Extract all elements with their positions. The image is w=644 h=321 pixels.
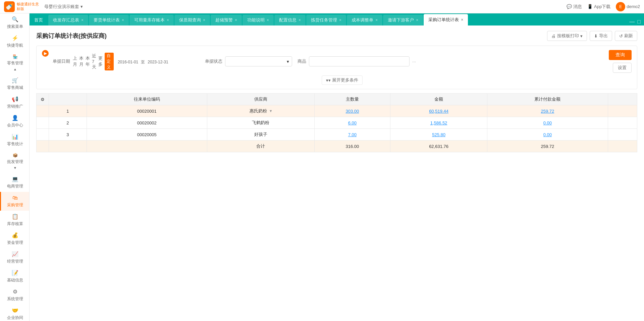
- main-qty-link[interactable]: 303.00: [346, 109, 359, 114]
- system-mgmt-icon: ⚙: [13, 288, 17, 295]
- table-body: 1 00020001 惠氏奶粉 ▾ 303.00 60,519.44 259.7…: [37, 105, 637, 141]
- tab-config-info[interactable]: 配置信息 ×: [274, 15, 306, 25]
- date-shortcut-more[interactable]: 更多: [98, 55, 103, 67]
- sidebar-item-member-center[interactable]: 👤 会员中心: [0, 112, 29, 131]
- tab-close-icon[interactable]: ×: [167, 18, 169, 22]
- filter-left: 单据日期 上月 本月 本年 近7天 更多 自定义: [53, 53, 603, 70]
- print-button[interactable]: 🖨 按模板打印 ▾: [547, 31, 587, 41]
- app-download-button[interactable]: 📱 App下载: [587, 4, 610, 10]
- collapse-filter-button[interactable]: ▶: [42, 50, 49, 57]
- sidebar-item-system-mgmt[interactable]: ⚙ 系统管理: [0, 286, 29, 305]
- tab-available-inventory[interactable]: 可用量库存账本 ×: [129, 15, 174, 25]
- workspace-selector[interactable]: 母婴行业演示账套 ▾: [42, 2, 86, 11]
- tab-invite-downstream[interactable]: 邀请下游客户 ×: [383, 15, 423, 25]
- tab-close-icon[interactable]: ×: [267, 18, 269, 22]
- refresh-button[interactable]: ↺ 刷新: [615, 31, 637, 41]
- sidebar-item-search[interactable]: 🔍 搜索菜单: [0, 13, 29, 32]
- tab-order-stats[interactable]: 要货单统计表 ×: [89, 15, 129, 25]
- user-avatar-area[interactable]: E demo2: [616, 2, 640, 11]
- filter-area: ▶ 单据日期 上月 本月: [36, 46, 637, 89]
- sidebar-item-wholesale-mgmt[interactable]: 📦 批发管理 ▼: [0, 150, 29, 173]
- message-button[interactable]: 💬 消息: [567, 4, 582, 10]
- date-shortcut-last-month[interactable]: 上月: [73, 55, 77, 67]
- paid-amount-link[interactable]: 259.72: [541, 109, 554, 114]
- sidebar-item-enterprise-collab[interactable]: 🤝 企业协同: [0, 305, 29, 321]
- footer-seq-cell: [49, 141, 87, 152]
- tab-close-icon[interactable]: ×: [203, 18, 205, 22]
- tab-receive-summary[interactable]: 收发存汇总表 ×: [48, 15, 88, 25]
- custom-date-badge[interactable]: 自定义: [105, 53, 114, 70]
- table-row[interactable]: 1 00020001 惠氏奶粉 ▾ 303.00 60,519.44 259.7…: [37, 105, 637, 117]
- tab-close-icon[interactable]: ×: [339, 18, 341, 22]
- expand-more-button[interactable]: ▾▾ 展开更多条件: [322, 75, 363, 85]
- tab-close-icon[interactable]: ×: [299, 18, 301, 22]
- settings-button[interactable]: 设置: [613, 63, 632, 73]
- status-select[interactable]: ▾: [225, 56, 292, 66]
- tab-close-icon[interactable]: ×: [461, 17, 463, 22]
- top-bar-left: 🍼 畅捷通好生意 标版 母婴行业演示账套 ▾: [4, 1, 86, 12]
- amount-link[interactable]: 525.80: [432, 132, 445, 137]
- tab-close-icon[interactable]: ×: [122, 18, 124, 22]
- goods-input[interactable]: [309, 56, 410, 66]
- tab-close-icon[interactable]: ×: [235, 18, 237, 22]
- export-button[interactable]: ⬇ 导出: [590, 31, 612, 41]
- amount-link[interactable]: 1,586.52: [430, 120, 447, 125]
- inventory-check-icon: 📋: [12, 213, 18, 220]
- sidebar-item-marketing[interactable]: 📢 营销推广: [0, 93, 29, 112]
- expand-arrow-icon: ▼: [13, 166, 17, 170]
- sidebar-item-basic-info[interactable]: 📝 基础信息: [0, 267, 29, 286]
- col-main-qty-header: 主数量: [314, 94, 390, 105]
- sidebar-item-capital-mgmt[interactable]: 💰 资金管理: [0, 229, 29, 248]
- col-extra-header: [608, 94, 637, 105]
- row-dropdown-icon[interactable]: ▾: [270, 108, 272, 113]
- export-icon: ⬇: [594, 34, 598, 39]
- tab-maximize-button[interactable]: □: [637, 18, 641, 25]
- row-unit-code-cell: 00020001: [87, 105, 207, 117]
- sidebar-item-label: 经营管理: [7, 259, 23, 264]
- paid-amount-link[interactable]: 0.00: [543, 132, 552, 137]
- table-row[interactable]: 2 00020002 飞鹤奶粉 6.00 1,586.52 0.00: [37, 117, 637, 129]
- tab-close-icon[interactable]: ×: [375, 18, 378, 22]
- footer-supplier-cell: 合计: [207, 141, 315, 152]
- sidebar-item-label: 营销推广: [7, 104, 23, 109]
- sidebar-item-ecommerce-mgmt[interactable]: 💻 电商管理: [0, 173, 29, 192]
- sidebar-item-retail-mgmt[interactable]: 🏪 零售管理 ▲: [0, 51, 29, 74]
- row-amount-cell: 525.80: [390, 129, 487, 141]
- sidebar-item-inventory-check[interactable]: 📋 库存核算: [0, 211, 29, 229]
- paid-amount-link[interactable]: 0.00: [543, 120, 552, 125]
- date-shortcut-7days[interactable]: 近7天: [92, 53, 96, 70]
- date-shortcut-this-year[interactable]: 本年: [86, 55, 90, 67]
- main-layout: 🔍 搜索菜单 ⚡ 快捷导航 🏪 零售管理 ▲ 🛒 零售商城 📢 营销推广 👤 会…: [0, 13, 644, 321]
- logo-icon: 🍼: [4, 1, 15, 12]
- page-inner: 采购订单统计表(按供应商) 🖨 按模板打印 ▾ ⬇ 导出 ↺: [30, 25, 644, 321]
- date-shortcuts: 上月 本月 本年 近7天 更多 自定义: [73, 53, 114, 70]
- sidebar-item-retail-mall[interactable]: 🛒 零售商城: [0, 74, 29, 93]
- sidebar-item-business-mgmt[interactable]: 📈 经营管理: [0, 248, 29, 267]
- search-icon: 🔍: [12, 16, 18, 22]
- tab-cost-adjust[interactable]: 成本调整单 ×: [347, 15, 382, 25]
- tab-function-desc[interactable]: 功能说明 ×: [243, 15, 274, 25]
- tab-minimize-button[interactable]: —: [629, 18, 635, 25]
- tab-expiry-query[interactable]: 保质期查询 ×: [174, 15, 210, 25]
- sidebar-item-purchase-mgmt[interactable]: 🛍 采购管理: [0, 192, 29, 211]
- date-shortcut-this-month[interactable]: 本月: [79, 55, 84, 67]
- table-row[interactable]: 3 00020005 好孩子 7.00 525.80 0.00: [37, 129, 637, 141]
- table-footer-row: 合计 316.00 62,631.76 259.72: [37, 141, 637, 152]
- main-qty-link[interactable]: 7.00: [348, 132, 357, 137]
- amount-link[interactable]: 60,519.44: [429, 109, 448, 114]
- main-qty-link[interactable]: 6.00: [348, 120, 357, 125]
- goods-more-icon[interactable]: ···: [412, 59, 416, 64]
- footer-extra-cell: [608, 141, 637, 152]
- tab-purchase-stats[interactable]: 采购订单统计表 ×: [424, 14, 468, 25]
- tab-overstock-warning[interactable]: 超储预警 ×: [211, 15, 242, 25]
- tab-home[interactable]: 首页: [30, 15, 48, 25]
- column-settings-icon[interactable]: ⚙: [41, 97, 45, 102]
- tab-close-icon[interactable]: ×: [81, 18, 84, 22]
- search-button[interactable]: 查询: [609, 50, 632, 60]
- tab-close-icon[interactable]: ×: [416, 18, 418, 22]
- sidebar-item-retail-stats[interactable]: 📊 零售统计: [0, 131, 29, 150]
- row-amount-cell: 60,519.44: [390, 105, 487, 117]
- tab-pick-task[interactable]: 拣货任务管理 ×: [306, 15, 346, 25]
- col-settings-header[interactable]: ⚙: [37, 94, 49, 105]
- sidebar-item-quick-nav[interactable]: ⚡ 快捷导航: [0, 32, 29, 51]
